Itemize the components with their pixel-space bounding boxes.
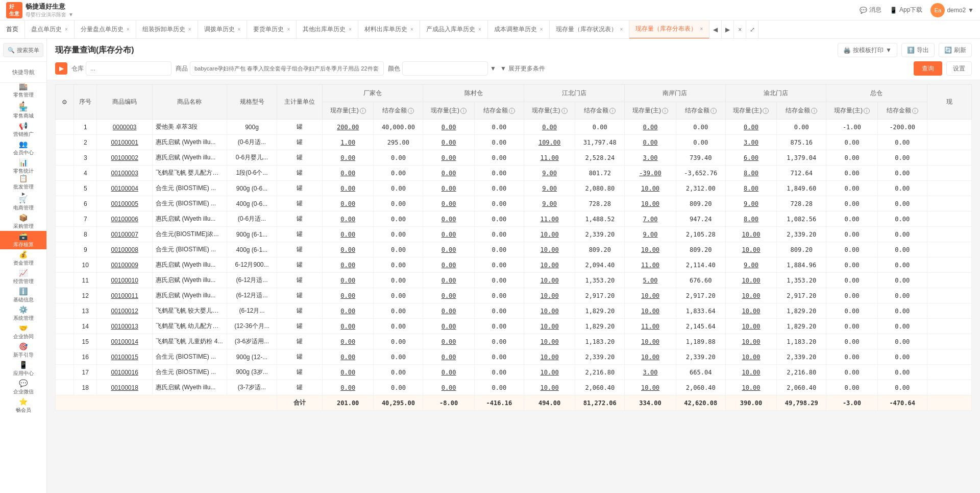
filter-bar: ▶ 仓库 商品 颜色 ▼ ▼ 展开更多条件 查询 设置 <box>47 57 980 80</box>
tab-close-8[interactable]: × <box>478 27 481 32</box>
tab-close-7[interactable]: × <box>410 27 413 32</box>
w4-amt-info-icon[interactable]: i <box>710 108 717 114</box>
filter-toggle-btn[interactable]: ▶ <box>55 62 67 75</box>
warehouse-input[interactable] <box>86 61 172 76</box>
sidebar-item-guide[interactable]: 🎯 新手引导 <box>0 341 46 360</box>
tab-close-1[interactable]: × <box>65 27 68 32</box>
th-w4-amt: 结存金额i <box>676 102 725 120</box>
subtitle: 母婴行业演示陈套 ▼ <box>26 11 74 18</box>
tab-next-btn[interactable]: ▶ <box>722 20 734 39</box>
tab-close-9[interactable]: × <box>540 27 543 32</box>
sidebar-item-wholesale[interactable]: 📋 批发管理 ▶ <box>0 176 46 194</box>
w5-amt-info-icon[interactable]: i <box>811 108 817 114</box>
tab-home[interactable]: 首页 <box>0 20 25 39</box>
expand-icon: ▼ <box>500 65 506 72</box>
color-input[interactable] <box>402 61 488 76</box>
export-btn[interactable]: ⬆️ 导出 <box>901 43 935 57</box>
sidebar-item-retail-mgmt[interactable]: 🏬 零售管理 ▲ <box>0 84 46 102</box>
phone-icon: 📱 <box>890 7 897 14</box>
tab-4[interactable]: 调拨单历史 × <box>198 20 248 39</box>
tab-close-3[interactable]: × <box>188 27 191 32</box>
w1-qty-info-icon[interactable]: i <box>360 108 366 114</box>
tot-qty-info-icon[interactable]: i <box>864 108 870 114</box>
sidebar-item-finance[interactable]: 💰 资金管理 <box>0 249 46 268</box>
th-warehouse1: 厂家仓 <box>322 85 423 102</box>
tab-close-10[interactable]: × <box>620 27 623 32</box>
w2-amt-info-icon[interactable]: i <box>509 108 515 114</box>
tab-close-5[interactable]: × <box>287 27 290 32</box>
message-btn[interactable]: 💬 消息 <box>860 6 881 14</box>
sidebar-item-marketing[interactable]: 📢 营销推广 <box>0 121 46 139</box>
search-btn[interactable]: 🔍 搜索英单 <box>3 43 43 57</box>
th-no: 序号 <box>74 85 97 120</box>
th-w1-amt: 结存金额i <box>374 102 423 120</box>
sidebar-item-app-center[interactable]: 📱 应用中心 <box>0 360 46 378</box>
wechat-icon: 💬 <box>19 379 28 387</box>
sidebar-item-system[interactable]: ⚙️ 系统管理 <box>0 304 46 323</box>
expand-filter-btn[interactable]: ▼ 展开更多条件 <box>500 64 545 73</box>
export-icon: ⬆️ <box>907 46 915 54</box>
tab-2[interactable]: 分量盘点单历史 × <box>75 20 136 39</box>
sidebar-item-member2[interactable]: ⭐ 畅会员 <box>0 396 46 415</box>
quick-nav-item[interactable]: 快捷导航 <box>0 64 46 80</box>
tab-3[interactable]: 组装拆卸单历史 × <box>136 20 198 39</box>
purchase-icon: 📦 <box>19 214 28 222</box>
mall-icon: 🏪 <box>19 103 28 111</box>
th-code: 商品编码 <box>97 85 153 120</box>
user-area[interactable]: Ea demo2 ▼ <box>930 3 974 17</box>
tot-amt-info-icon[interactable]: i <box>912 108 918 114</box>
warehouse-field: 仓库 <box>71 61 172 76</box>
sidebar-item-member[interactable]: 👥 会员中心 <box>0 139 46 157</box>
w5-qty-info-icon[interactable]: i <box>763 108 769 114</box>
quick-nav: 快捷导航 <box>0 62 46 83</box>
tab-10[interactable]: 现存量（库存状况表） × <box>550 20 630 39</box>
query-btn[interactable]: 查询 <box>914 61 942 76</box>
marketing-icon: 📢 <box>19 122 28 130</box>
w3-amt-info-icon[interactable]: i <box>609 108 616 114</box>
goods-input[interactable] <box>190 61 384 76</box>
tab-prev-btn[interactable]: ◀ <box>709 20 722 39</box>
sidebar-item-ecommerce[interactable]: 🛒 电商管理 <box>0 194 46 213</box>
w3-qty-info-icon[interactable]: i <box>561 108 568 114</box>
print-btn[interactable]: 🖨️ 按模板打印 ▼ <box>838 43 897 57</box>
tab-close-11[interactable]: × <box>700 26 703 32</box>
tab-8[interactable]: 产成品入库单历史 × <box>420 20 488 39</box>
sidebar-item-inventory[interactable]: 🗃️ 库存核算 <box>0 231 46 249</box>
sidebar-item-operations[interactable]: 📈 经营管理 <box>0 268 46 286</box>
tab-close-6[interactable]: × <box>349 27 352 32</box>
topbar-right: 💬 消息 📱 App下载 Ea demo2 ▼ <box>860 3 974 17</box>
w1-amt-info-icon[interactable]: i <box>408 108 414 114</box>
table-row: 10000003爱他美 卓萃3段900g罐200.0040,000.000.00… <box>56 120 972 135</box>
table-container[interactable]: ⚙ 序号 商品编码 商品名称 规格型号 主计量单位 厂家仓 陈村仓 江北门店 南… <box>47 80 980 493</box>
th-settings[interactable]: ⚙ <box>56 85 74 120</box>
tab-close-4[interactable]: × <box>238 27 241 32</box>
tab-7[interactable]: 材料出库单历史 × <box>358 20 420 39</box>
refresh-btn[interactable]: 🔄 刷新 <box>939 43 972 57</box>
th-total: 总仓 <box>826 85 927 102</box>
setting-btn[interactable]: 设置 <box>946 61 972 76</box>
sidebar-item-wechat[interactable]: 💬 企业微信 <box>0 378 46 396</box>
tab-expand-btn[interactable]: ⤢ <box>746 20 758 39</box>
sidebar-item-purchase[interactable]: 📦 采购管理 <box>0 213 46 231</box>
sidebar-item-basic-info[interactable]: ℹ️ 基础信息 <box>0 286 46 304</box>
ecommerce-icon: 🛒 <box>19 195 28 203</box>
sidebar-item-retail-mall[interactable]: 🏪 零售商城 <box>0 102 46 121</box>
w4-qty-info-icon[interactable]: i <box>662 108 668 114</box>
goods-field: 商品 <box>176 61 384 76</box>
system-icon: ⚙️ <box>19 306 28 314</box>
app-name: 畅捷通好生意 <box>26 2 74 11</box>
sidebar-item-collab[interactable]: 🤝 企业协同 <box>0 323 46 341</box>
tabbar: 首页 盘点单历史 × 分量盘点单历史 × 组装拆卸单历史 × 调拨单历史 × 要… <box>0 20 980 39</box>
tab-9[interactable]: 成本调整单历史 × <box>488 20 550 39</box>
tab-6[interactable]: 其他出库单历史 × <box>297 20 358 39</box>
tab-close-2[interactable]: × <box>127 27 130 32</box>
table-row: 1000100009惠氏启赋 (Wyeth illu...6-12月900...… <box>56 257 972 273</box>
sidebar-item-retail-stats[interactable]: 📊 零售统计 <box>0 157 46 176</box>
tab-11-active[interactable]: 现存量（库存分布表） × <box>629 20 709 39</box>
tab-close-all-btn[interactable]: × <box>734 20 746 39</box>
tab-5[interactable]: 要货单历史 × <box>247 20 297 39</box>
tab-1[interactable]: 盘点单历史 × <box>25 20 75 39</box>
table-row: 1800100018惠氏启赋 (Wyeth illu...(3-7岁适...罐0… <box>56 380 972 395</box>
w2-qty-info-icon[interactable]: i <box>460 108 467 114</box>
app-download-btn[interactable]: 📱 App下载 <box>890 6 922 14</box>
